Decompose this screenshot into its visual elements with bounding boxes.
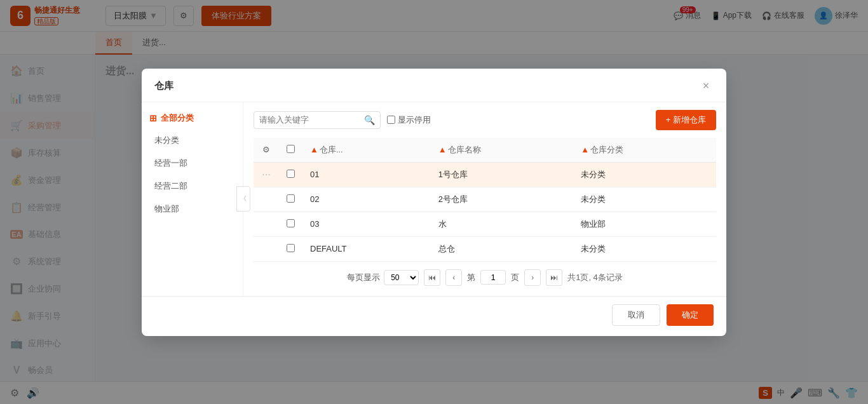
- row-category: 未分类: [573, 187, 716, 212]
- row-check[interactable]: [279, 162, 302, 187]
- col-check: [279, 138, 302, 163]
- row-checkbox[interactable]: [287, 194, 295, 203]
- pagination: 每页显示 50 10 20 100 ⏮ ‹ 第 页 › ⏭: [254, 262, 716, 288]
- row-warehouse-name: 2号仓库: [431, 187, 574, 212]
- warehouse-table: ⚙ ▲仓库... ▲仓库名称 ▲仓库分类 ···011号仓库未分类022号仓库未…: [254, 138, 716, 262]
- row-category: 物业部: [573, 212, 716, 236]
- cat-item-0[interactable]: 未分类: [142, 129, 243, 152]
- search-input[interactable]: [259, 115, 360, 125]
- category-sidebar: ⊞ 全部分类 未分类 经营一部 经营二部 物业部 《: [142, 102, 243, 296]
- row-code: 03: [302, 212, 431, 236]
- sort-icon: ▲: [438, 145, 447, 154]
- dots-icon[interactable]: ···: [262, 169, 270, 180]
- modal-title: 仓库: [154, 80, 173, 92]
- cat-item-1[interactable]: 经营一部: [142, 152, 243, 175]
- cat-item-2[interactable]: 经营二部: [142, 175, 243, 198]
- search-icon: 🔍: [364, 115, 375, 125]
- row-code: DEFAULT: [302, 236, 431, 261]
- col-category: ▲仓库分类: [573, 138, 716, 163]
- table-row[interactable]: DEFAULT总仓未分类: [254, 236, 716, 261]
- modal-header: 仓库 ×: [142, 69, 726, 102]
- table-toolbar: 🔍 显示停用 + 新增仓库: [254, 110, 716, 130]
- page-label: 第: [467, 272, 475, 283]
- table-row[interactable]: 022号仓库未分类: [254, 187, 716, 212]
- grid-icon: ⊞: [149, 113, 157, 123]
- table-row[interactable]: 03水物业部: [254, 212, 716, 236]
- row-actions[interactable]: [254, 236, 279, 261]
- row-category: 未分类: [573, 236, 716, 261]
- col-code: ▲仓库...: [302, 138, 431, 163]
- modal-body: ⊞ 全部分类 未分类 经营一部 经营二部 物业部 《: [142, 102, 726, 296]
- row-actions[interactable]: [254, 212, 279, 236]
- row-warehouse-name: 总仓: [431, 236, 574, 261]
- page-unit: 页: [511, 272, 519, 283]
- col-settings: ⚙: [254, 138, 279, 163]
- sort-icon: ▲: [581, 145, 589, 154]
- row-checkbox[interactable]: [287, 219, 295, 227]
- page-size-select[interactable]: 50 10 20 100: [384, 270, 419, 285]
- page-input[interactable]: [480, 270, 506, 285]
- all-categories[interactable]: ⊞ 全部分类: [142, 107, 243, 129]
- confirm-button[interactable]: 确定: [667, 304, 714, 326]
- show-disabled-checkbox[interactable]: [387, 116, 395, 124]
- show-disabled-text: 显示停用: [398, 114, 431, 126]
- modal-overlay: 仓库 × ⊞ 全部分类 未分类 经营一部 经营二部: [0, 0, 868, 404]
- select-all-checkbox[interactable]: [287, 145, 295, 153]
- add-warehouse-button[interactable]: + 新增仓库: [656, 110, 716, 130]
- row-check[interactable]: [279, 187, 302, 212]
- page-last-button[interactable]: ⏭: [546, 269, 562, 286]
- per-page-label: 每页显示: [347, 272, 380, 283]
- page-first-button[interactable]: ⏮: [424, 269, 440, 286]
- show-disabled-label[interactable]: 显示停用: [387, 114, 431, 126]
- cat-item-label: 经营二部: [154, 181, 187, 191]
- all-categories-label: 全部分类: [161, 112, 194, 124]
- page-next-button[interactable]: ›: [524, 269, 541, 286]
- warehouse-modal: 仓库 × ⊞ 全部分类 未分类 经营一部 经营二部: [142, 69, 726, 336]
- row-category: 未分类: [573, 162, 716, 187]
- row-actions[interactable]: ···: [254, 162, 279, 187]
- cat-item-label: 未分类: [154, 135, 179, 145]
- row-check[interactable]: [279, 212, 302, 236]
- row-warehouse-name: 水: [431, 212, 574, 236]
- modal-footer: 取消 确定: [142, 296, 726, 336]
- modal-close-button[interactable]: ×: [698, 79, 714, 94]
- search-wrap: 🔍: [254, 111, 381, 129]
- row-checkbox[interactable]: [287, 244, 295, 252]
- sort-icon: ▲: [310, 145, 318, 154]
- row-actions[interactable]: [254, 187, 279, 212]
- page-total: 共1页, 4条记录: [567, 272, 623, 283]
- cat-item-label: 物业部: [154, 204, 179, 213]
- cancel-button[interactable]: 取消: [612, 304, 660, 326]
- row-warehouse-name: 1号仓库: [431, 162, 574, 187]
- col-name: ▲仓库名称: [431, 138, 574, 163]
- row-checkbox[interactable]: [287, 170, 295, 178]
- table-row[interactable]: ···011号仓库未分类: [254, 162, 716, 187]
- cat-collapse-button[interactable]: 《: [236, 186, 250, 212]
- page-size-wrap: 每页显示 50 10 20 100: [347, 270, 419, 285]
- table-area: 🔍 显示停用 + 新增仓库 ⚙ ▲仓库...: [243, 102, 726, 296]
- cat-item-label: 经营一部: [154, 158, 187, 168]
- row-code: 01: [302, 162, 431, 187]
- cat-item-3[interactable]: 物业部: [142, 198, 243, 220]
- page-prev-button[interactable]: ‹: [445, 269, 462, 286]
- row-check[interactable]: [279, 236, 302, 261]
- row-code: 02: [302, 187, 431, 212]
